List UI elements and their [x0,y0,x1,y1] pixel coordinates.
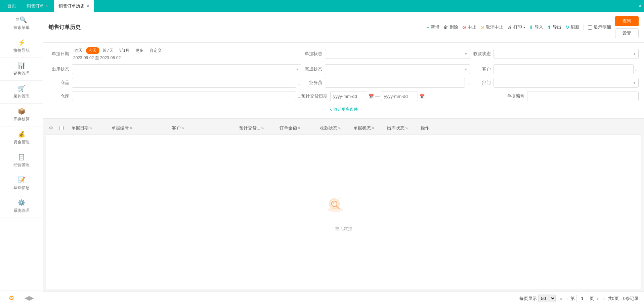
th-delivery[interactable]: 预计交货... ⇅ [237,125,277,131]
date-btn-today[interactable]: 今天 [86,47,99,54]
prev-page-button[interactable]: ‹ [565,296,569,301]
th-recv-status[interactable]: 收款状态 ⇅ [317,125,351,131]
close-all-button[interactable]: × [639,4,641,8]
show-columns-checkbox[interactable]: 显示明细 [588,24,611,30]
calendar-to-icon[interactable]: 📅 [419,94,425,99]
th-amount[interactable]: 订单金额 ⇅ [277,125,317,131]
filter-out-status: 出库状态 ▾ [48,64,301,74]
th-checkbox[interactable] [56,126,69,130]
sidebar-item-inventory-calc-label: 库存核算 [13,116,30,122]
th-customer[interactable]: 客户 ⇅ [169,125,237,131]
tab-sales-order-history-close[interactable]: × [87,4,89,8]
refresh-button[interactable]: ↻ 刷新 [565,24,579,30]
date-btn-yesterday[interactable]: 昨天 [72,47,85,54]
import-button[interactable]: ⬇ 导入 [529,24,543,30]
new-button[interactable]: + 新增 [427,24,439,30]
collapse-row[interactable]: ∧ 收起更多条件 [48,105,639,114]
export-button[interactable]: ⬆ 导出 [547,24,561,30]
goods-dots[interactable]: ... [298,80,301,85]
sidebar-item-search-menu[interactable]: ≡🔍 搜索菜单 [0,12,43,35]
date-buttons: 昨天 今天 近7天 近1月 更多 自定义 [72,47,164,54]
query-button[interactable]: 查询 [615,16,639,26]
th-out-status[interactable]: 出库状态 ⇅ [384,125,418,131]
th-action-label: 操作 [421,125,429,131]
department-select[interactable]: ▾ [493,78,639,88]
tab-sales-order-history[interactable]: 销售订单历史 × [54,0,94,12]
sidebar-item-sales-mgmt[interactable]: 📊 销售管理 [0,58,43,81]
tab-sales-order-close[interactable]: × [46,4,48,8]
bill-no-label: 单据编号 [504,93,527,99]
calendar-from-icon[interactable]: 📅 [369,94,374,99]
filter-bill-status: 单据状态 ▾ [301,49,470,59]
import-icon: ⬇ [529,25,533,30]
date-btn-more[interactable]: 更多 [133,47,146,54]
bill-status-select[interactable]: ▾ [325,49,470,59]
sales-mgmt-icon: 📊 [18,62,25,69]
stop-button[interactable]: ⊘ 中止 [462,24,476,30]
show-columns-input[interactable] [588,25,592,30]
warehouse-input[interactable] [72,91,296,101]
cancel-stop-label: 取消中止 [486,24,503,30]
sidebar-item-fund-mgmt[interactable]: 💰 资金管理 [0,126,43,149]
settings-button[interactable]: 设置 [615,28,639,38]
bill-no-input[interactable] [527,91,639,101]
salesperson-dots[interactable]: ... [466,80,470,85]
sidebar-settings-icon[interactable]: ⚙ [9,294,14,302]
cancel-stop-button[interactable]: ⊙ 取消中止 [480,24,503,30]
sidebar-item-sales-mgmt-label: 销售管理 [13,71,30,76]
salesperson-input[interactable] [325,78,465,88]
recv-status-control: ▾ [493,49,639,59]
goods-input[interactable] [72,78,296,88]
sidebar-item-ops-mgmt[interactable]: 📋 经营管理 [0,149,43,172]
filter-warehouse: 仓库 ... [48,91,301,101]
delete-button[interactable]: 🗑 删除 [443,24,458,30]
total-text: 共0页，0条记录 [608,296,639,302]
tab-sales-order-label: 销售订单 [27,3,44,9]
salesperson-control: ... [325,78,470,88]
print-button[interactable]: 🖨 打印 ▾ [507,24,525,30]
quick-nav-icon: ⚡ [18,39,25,46]
sidebar: ≡🔍 搜索菜单 ⚡ 快捷导航 📊 销售管理 🛒 采购管理 📦 库存核算 💰 资金… [0,12,43,305]
sidebar-item-purchase-mgmt[interactable]: 🛒 采购管理 [0,81,43,104]
department-label: 部门 [470,80,493,86]
bill-status-control: ▾ [325,49,470,59]
pagination: 每页显示 50 10 20 100 « ‹ 第 页 › » 共0页，0条记录 [43,292,644,305]
complete-status-select[interactable]: ▾ [325,64,470,74]
sidebar-collapse-icon[interactable]: ◀▶ [25,294,34,302]
last-page-button[interactable]: » [601,296,606,301]
first-page-button[interactable]: « [558,296,564,301]
customer-input[interactable] [493,64,634,74]
warehouse-dots[interactable]: ... [298,94,301,99]
page-size-dropdown[interactable]: 50 10 20 100 [538,295,556,302]
th-date[interactable]: 单据日期 ⇅ [69,125,109,131]
sidebar-item-sys-mgmt[interactable]: ⚙️ 系统管理 [0,195,43,218]
tab-home[interactable]: 首页 [3,0,21,12]
out-status-select[interactable]: ▾ [72,64,301,74]
customer-control: ... [493,64,639,74]
th-settings[interactable]: ⚙ [46,125,56,130]
filter-bill-no: 单据编号 [504,91,639,101]
date-btn-7days[interactable]: 近7天 [100,47,116,54]
tab-sales-order[interactable]: 销售订单 × [22,0,53,12]
delivery-date-to[interactable] [381,91,418,101]
select-all-checkbox[interactable] [59,126,63,130]
page-nav: « ‹ 第 页 › » 共0页，0条记录 [558,295,639,302]
tab-list: 首页 销售订单 × 销售订单历史 × [3,0,639,12]
page-input[interactable] [576,295,588,302]
sidebar-item-basic-info[interactable]: 📝 基础信息 [0,172,43,195]
delivery-date-from[interactable] [330,91,367,101]
collapse-label: 收起更多条件 [334,107,358,112]
date-label: 单据日期 [48,51,72,57]
next-page-button[interactable]: › [595,296,600,301]
bill-status-chevron: ▾ [465,52,467,56]
recv-status-select[interactable]: ▾ [493,49,639,59]
sidebar-item-inventory-calc[interactable]: 📦 库存核算 [0,104,43,126]
th-no[interactable]: 单据编号 ⇅ [109,125,169,131]
th-bill-status[interactable]: 单据状态 ⇅ [351,125,384,131]
customer-dots[interactable]: ... [635,67,639,72]
date-btn-custom[interactable]: 自定义 [147,47,164,54]
date-btn-1month[interactable]: 近1月 [117,47,132,54]
sidebar-item-quick-nav[interactable]: ⚡ 快捷导航 [0,35,43,58]
th-action: 操作 [418,125,641,131]
salesperson-label: 业务员 [301,80,325,86]
